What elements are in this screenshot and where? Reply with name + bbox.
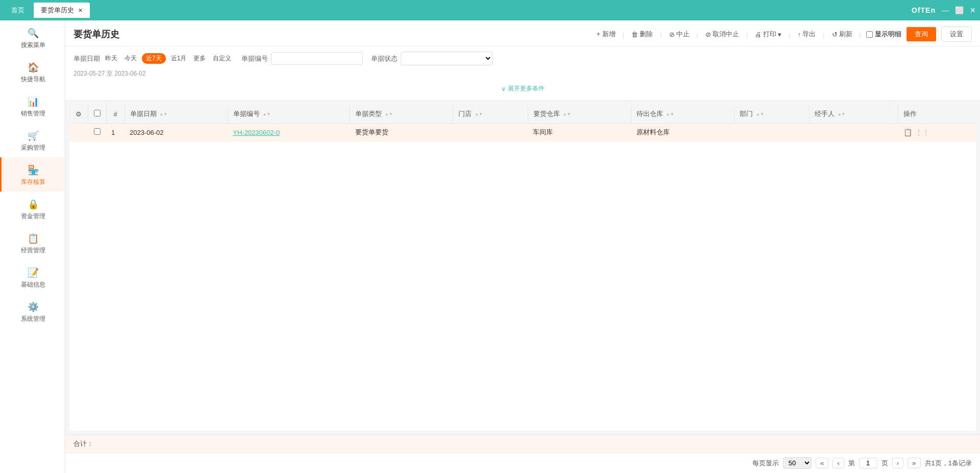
doc-status-label: 单据状态 [371,54,398,63]
new-button[interactable]: + 新增 [595,28,618,40]
row-delete-icon[interactable]: ⋮⋮ [915,128,929,136]
td-doc-type: 要货单要货 [350,124,453,141]
tab-close-icon[interactable]: ✕ [78,7,83,13]
sort-handler-icon: ▲▼ [838,112,846,116]
td-checkbox [88,124,106,141]
date-btn-more[interactable]: 更多 [191,53,208,64]
summary-label: 合计： [74,440,93,447]
th-num: # [106,105,125,124]
page-label: 页 [881,459,888,468]
date-btn-custom[interactable]: 自定义 [211,53,233,64]
print-icon: 🖨 [755,31,762,38]
expand-more-btn[interactable]: ∨ 展开更多条件 [74,82,972,95]
doc-no-label: 单据编号 [241,54,268,63]
window-close-icon[interactable]: ✕ [970,6,976,14]
td-actions: 📋 ⋮⋮ [898,124,976,141]
select-all-checkbox[interactable] [94,110,101,116]
export-button[interactable]: ↑ 导出 [796,28,818,40]
td-handler [810,124,898,141]
top-bar-right: OfTEn — ⬜ ✕ [912,6,976,14]
sidebar-item-sales[interactable]: 📊 销售管理 [0,89,65,123]
tab-req-history[interactable]: 要货单历史 ✕ [34,3,90,18]
th-setting[interactable]: ⚙ [69,105,88,124]
last-page-btn[interactable]: » [908,458,920,468]
th-actions: 操作 [898,105,976,124]
cancel-suspend-button[interactable]: ⊘ 取消中止 [703,28,741,40]
sidebar-item-label: 系统管理 [21,315,45,323]
sidebar-item-finance[interactable]: 🔒 资金管理 [0,192,65,226]
page-size-select[interactable]: 50 10 20 100 [783,457,812,469]
show-detail-text: 显示明细 [875,30,901,39]
th-handler[interactable]: 经手人 ▲▼ [810,105,898,124]
finance-icon: 🔒 [28,199,39,210]
th-store[interactable]: 门店 ▲▼ [453,105,528,124]
sidebar-item-label: 销售管理 [21,109,45,118]
sidebar-item-label: 采购管理 [21,144,45,152]
date-btn-1month[interactable]: 近1月 [169,53,189,64]
sidebar-item-purchase[interactable]: 🛒 采购管理 [0,123,65,157]
minimize-icon[interactable]: — [942,6,949,14]
query-button[interactable]: 查询 [906,27,936,41]
brand-label: OfTEn [912,6,936,14]
sidebar-item-system[interactable]: ⚙️ 系统管理 [0,294,65,328]
sidebar-item-label: 搜索菜单 [21,41,45,50]
sidebar-item-operations[interactable]: 📋 经营管理 [0,226,65,260]
show-detail-checkbox[interactable] [866,31,873,38]
sidebar-item-quicknav[interactable]: 🏠 快捷导航 [0,55,65,89]
row-checkbox[interactable] [94,128,101,135]
td-doc-no: YH-20230602-0 [228,124,350,141]
date-btn-yesterday[interactable]: 昨天 [103,53,119,64]
sidebar-item-search[interactable]: 🔍 搜索菜单 [0,20,65,55]
data-table: ⚙ # 单据日期 ▲▼ 单据编号 ▲▼ 单据类型 ▲▼ [69,105,976,141]
top-bar: 首页 要货单历史 ✕ OfTEn — ⬜ ✕ [0,0,980,20]
delete-button[interactable]: 🗑 删除 [629,28,655,40]
td-setting [69,124,88,141]
show-detail-label[interactable]: 显示明细 [866,30,901,39]
td-pending-warehouse: 原材料仓库 [631,124,734,141]
doc-no-input[interactable] [271,52,363,65]
tab-home[interactable]: 首页 [4,3,32,18]
sidebar-item-basic[interactable]: 📝 基础信息 [0,260,65,294]
settings-button[interactable]: 设置 [941,27,972,42]
sort-doc-type-icon: ▲▼ [385,112,393,116]
print-button[interactable]: 🖨 打印 ▾ [753,28,783,40]
export-icon: ↑ [798,31,801,38]
sort-doc-no-icon: ▲▼ [262,112,271,116]
table-footer: 合计： [65,435,980,453]
date-btn-7days[interactable]: 近7天 [142,53,166,64]
filter-group-date: 单据日期 昨天 今天 近7天 近1月 更多 自定义 [74,53,233,64]
purchase-icon: 🛒 [28,130,39,141]
th-doc-date[interactable]: 单据日期 ▲▼ [125,105,228,124]
row-edit-icon[interactable]: 📋 [903,128,912,136]
sort-req-warehouse-icon: ▲▼ [563,112,571,116]
refresh-button[interactable]: ↺ 刷新 [830,28,854,40]
date-label: 单据日期 [74,54,100,63]
th-doc-type[interactable]: 单据类型 ▲▼ [350,105,453,124]
total-info: 共1页，1条记录 [925,459,972,468]
sidebar: 🔍 搜索菜单 🏠 快捷导航 📊 销售管理 🛒 采购管理 🏪 库存核算 🔒 资金管… [0,20,65,473]
sidebar-item-inventory[interactable]: 🏪 库存核算 [0,157,65,192]
page-number-input[interactable] [859,458,877,468]
suspend-button[interactable]: ⊘ 中止 [667,28,692,40]
doc-no-link[interactable]: YH-20230602-0 [233,129,280,136]
toolbar: + 新增 | 🗑 删除 | ⊘ 中止 | ⊘ 取消中止 | 🖨 [595,27,972,42]
table-row: 1 2023-06-02 YH-20230602-0 要货单要货 车间库 原材料… [69,124,976,141]
th-department[interactable]: 部门 ▲▼ [734,105,810,124]
sidebar-item-label: 库存核算 [21,178,45,186]
th-req-warehouse[interactable]: 要货仓库 ▲▼ [528,105,631,124]
prev-page-btn[interactable]: ‹ [832,458,844,468]
next-page-btn[interactable]: › [892,458,903,468]
delete-icon: 🗑 [631,31,638,38]
filter-row-date-range: 2023-05-27 至 2023-06-02 [74,69,972,78]
th-doc-no[interactable]: 单据编号 ▲▼ [228,105,350,124]
sales-icon: 📊 [28,96,39,107]
doc-status-select[interactable] [401,52,493,65]
date-btn-today[interactable]: 今天 [122,53,139,64]
filter-group-doc-status: 单据状态 [371,52,493,65]
td-req-warehouse: 车间库 [528,124,631,141]
th-pending-warehouse[interactable]: 待出仓库 ▲▼ [631,105,734,124]
maximize-icon[interactable]: ⬜ [955,6,964,14]
pagination: 每页显示 50 10 20 100 « ‹ 第 页 › » 共1页，1条记录 [65,453,980,473]
first-page-btn[interactable]: « [816,458,828,468]
print-dropdown-icon[interactable]: ▾ [778,31,781,38]
